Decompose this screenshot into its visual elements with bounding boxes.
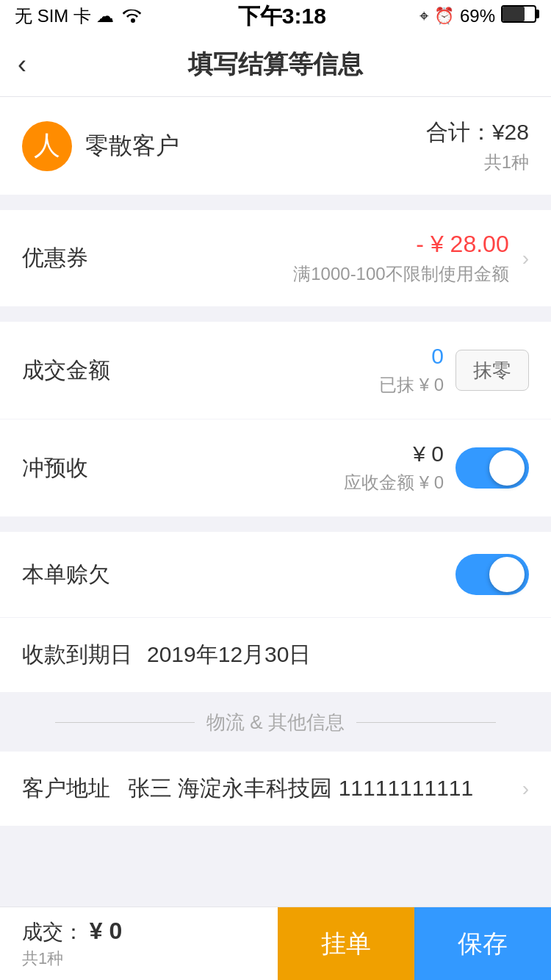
divider-line-left <box>55 722 195 723</box>
debt-right <box>455 554 529 595</box>
bottom-summary-amount: ¥ 0 <box>90 918 122 944</box>
coupon-right: - ¥ 28.00 满1000-100不限制使用金额 › <box>293 231 529 286</box>
deal-amount-row: 成交金额 0 已抹 ¥ 0 抹零 <box>0 322 551 419</box>
prepay-toggle[interactable] <box>455 447 529 489</box>
due-date-row: 收款到期日 2019年12月30日 <box>0 618 551 693</box>
status-time: 下午3:18 <box>238 1 326 32</box>
back-button[interactable]: ‹ <box>18 49 26 80</box>
divider-2 <box>0 307 551 322</box>
total-count: 共1种 <box>426 151 529 174</box>
debt-toggle-knob <box>489 557 525 592</box>
debt-toggle[interactable] <box>455 554 529 595</box>
location-icon: ⌖ <box>419 7 428 26</box>
toggle-knob <box>489 450 525 486</box>
nav-bar: ‹ 填写结算等信息 <box>0 32 551 97</box>
alarm-icon: ⏰ <box>434 7 454 26</box>
bottom-summary: 成交： ¥ 0 共1种 <box>0 918 278 970</box>
bottom-summary-label: 成交： <box>22 920 84 943</box>
hold-button[interactable]: 挂单 <box>278 907 414 981</box>
avatar-icon: 人 <box>34 128 60 164</box>
sim-label: 无 SIM 卡 ☁ <box>15 4 114 28</box>
address-chevron-icon: › <box>522 777 529 801</box>
prepay-label: 冲预收 <box>22 453 88 483</box>
divider-3 <box>0 517 551 532</box>
coupon-chevron-icon: › <box>522 247 529 270</box>
content: 人 零散客户 合计：¥28 共1种 优惠券 - ¥ 28.00 满1000-10… <box>0 97 551 915</box>
due-date-value: 2019年12月30日 <box>147 640 311 670</box>
customer-row: 人 零散客户 合计：¥28 共1种 <box>0 97 551 195</box>
debt-label: 本单赊欠 <box>22 560 110 590</box>
status-left: 无 SIM 卡 ☁ <box>15 4 145 28</box>
page-title: 填写结算等信息 <box>188 48 363 82</box>
deal-amount-label: 成交金额 <box>22 356 110 386</box>
status-right: ⌖ ⏰ 69% <box>419 5 536 27</box>
coupon-label: 优惠券 <box>22 243 88 273</box>
total-price: 合计：¥28 <box>426 118 529 148</box>
section-divider: 物流 & 其他信息 <box>0 693 551 752</box>
save-button[interactable]: 保存 <box>414 907 551 981</box>
status-bar: 无 SIM 卡 ☁ 下午3:18 ⌖ ⏰ 69% <box>0 0 551 32</box>
due-date-label: 收款到期日 <box>22 640 132 670</box>
prepay-sub: 应收金额 ¥ 0 <box>344 471 444 494</box>
prepay-right: ¥ 0 应收金额 ¥ 0 <box>344 442 529 494</box>
coupon-desc: 满1000-100不限制使用金额 <box>293 262 508 286</box>
address-value: 张三 海淀永丰科技园 11111111111 <box>128 774 516 804</box>
bottom-summary-count: 共1种 <box>22 948 256 970</box>
customer-summary: 合计：¥28 共1种 <box>426 118 529 174</box>
coupon-amount: - ¥ 28.00 <box>293 231 508 258</box>
customer-name: 零散客户 <box>85 130 179 162</box>
round-off-button[interactable]: 抹零 <box>455 350 529 391</box>
coupon-row[interactable]: 优惠券 - ¥ 28.00 满1000-100不限制使用金额 › <box>0 210 551 307</box>
deal-amount-right: 0 已抹 ¥ 0 抹零 <box>379 344 529 397</box>
address-label: 客户地址 <box>22 774 110 804</box>
divider-1 <box>0 195 551 210</box>
deal-amount-sub: 已抹 ¥ 0 <box>379 373 444 397</box>
avatar: 人 <box>22 121 72 171</box>
wifi-icon <box>121 5 145 27</box>
debt-row: 本单赊欠 <box>0 532 551 618</box>
deal-amount-value[interactable]: 0 <box>431 344 444 369</box>
address-row[interactable]: 客户地址 张三 海淀永丰科技园 11111111111 › <box>0 752 551 826</box>
bottom-bar: 成交： ¥ 0 共1种 挂单 保存 <box>0 907 551 980</box>
prepay-value: ¥ 0 <box>413 442 444 466</box>
divider-label: 物流 & 其他信息 <box>206 710 345 735</box>
divider-line-right <box>356 722 496 723</box>
battery-percent: 69% <box>460 6 495 26</box>
battery-icon <box>501 5 536 27</box>
prepay-row: 冲预收 ¥ 0 应收金额 ¥ 0 <box>0 419 551 517</box>
